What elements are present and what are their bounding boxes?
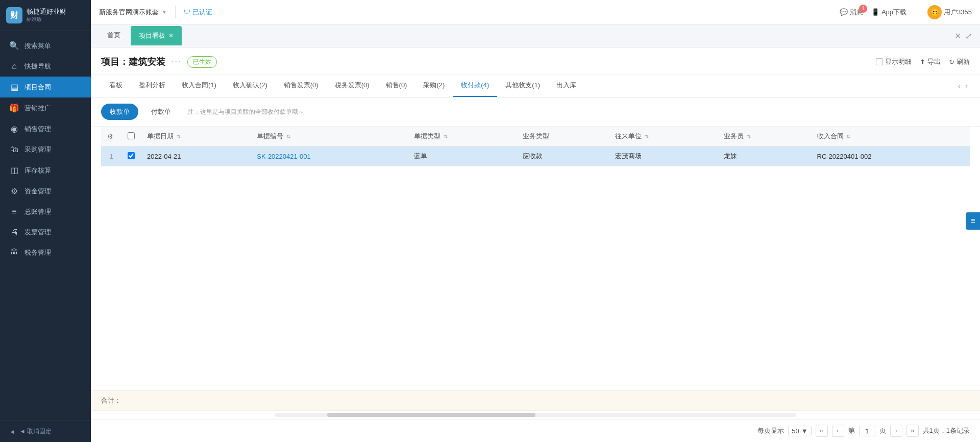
refresh-button[interactable]: ↻ 刷新 [949, 57, 970, 66]
page-size-selector[interactable]: 50 ▼ [788, 426, 811, 436]
sidebar-item-label: 搜索菜单 [24, 41, 51, 51]
messages-badge: 1 [859, 5, 867, 13]
export-label: 导出 [927, 57, 941, 66]
document-link[interactable]: SK-20220421-001 [257, 153, 311, 160]
sidebar-item-contract[interactable]: ▤ 项目合同 [0, 77, 91, 97]
page-suffix-label: 页 [879, 426, 886, 435]
messages-button[interactable]: 💬 消息 1 [840, 8, 863, 17]
topbar-right: 💬 消息 1 📱 App下载 😊 用户3355 [840, 5, 972, 19]
current-page-input[interactable] [859, 426, 875, 436]
content-area: 项目：建筑安装 ··· 已生效 显示明细 ⬆ 导出 ↻ 刷新 [91, 47, 980, 442]
sales-icon: ◉ [9, 124, 19, 134]
settings-icon[interactable]: ⚙ [107, 133, 113, 140]
sidebar-item-invoice[interactable]: 🖨 发票管理 [0, 222, 91, 242]
sidebar-item-search[interactable]: 🔍 搜索菜单 [0, 35, 91, 56]
certified-badge: 🛡 已认证 [184, 8, 212, 17]
scrollbar-thumb[interactable] [327, 413, 535, 417]
type-column-header: 单据类型 ⇅ [408, 127, 517, 146]
close-window-button[interactable]: ✕ [954, 31, 961, 41]
tab-home[interactable]: 首页 [99, 24, 129, 47]
receipts-table: ⚙ 单据日期 ⇅ 单据编号 ⇅ [101, 127, 970, 166]
salesperson-sort-icon[interactable]: ⇅ [747, 134, 751, 139]
shield-icon: 🛡 [184, 8, 190, 16]
sidebar-item-funds[interactable]: ⚙ 资金管理 [0, 181, 91, 202]
sidebar-item-ledger[interactable]: ≡ 总账管理 [0, 202, 91, 222]
row-salesperson-cell: 龙妹 [718, 146, 811, 166]
tab-close-icon[interactable]: ✕ [168, 32, 174, 39]
show-detail-label: 显示明细 [885, 57, 912, 66]
refresh-label: 刷新 [957, 57, 970, 66]
first-page-button[interactable]: « [816, 425, 828, 437]
topbar: 新服务官网演示账套 ▼ 🛡 已认证 💬 消息 1 📱 App下载 😊 用户335… [91, 0, 980, 24]
subtab-profit[interactable]: 盈利分析 [131, 75, 174, 97]
sidebar-item-inventory[interactable]: ◫ 库存核算 [0, 160, 91, 181]
number-sort-icon[interactable]: ⇅ [286, 134, 290, 139]
sidebar-item-label: 营销推广 [24, 104, 51, 113]
row-date-cell: 2022-04-21 [141, 146, 251, 166]
app-download-button[interactable]: 📱 App下载 [871, 8, 906, 17]
partner-label: 往来单位 [615, 132, 642, 140]
export-icon: ⬆ [920, 58, 925, 66]
sidebar-item-marketing[interactable]: 🎁 营销推广 [0, 97, 91, 118]
subtabs-navigation: ‹ › [956, 80, 970, 92]
subtabs-next-button[interactable]: › [963, 80, 970, 92]
filterbar: 收款单 付款单 注：这里是与项目关联的全部收付款单哦～ [91, 97, 980, 127]
horizontal-scrollbar[interactable] [275, 413, 796, 417]
tab-home-label: 首页 [107, 31, 120, 39]
app-name-block: 畅捷通好业财 标准版 [27, 8, 66, 23]
tab-kanban[interactable]: 项目看板 ✕ [131, 26, 182, 45]
subtab-kanban[interactable]: 看板 [101, 75, 131, 97]
date-sort-icon[interactable]: ⇅ [177, 134, 181, 139]
date-label: 单据日期 [147, 132, 174, 140]
select-all-checkbox[interactable] [128, 132, 135, 139]
subtab-sales-invoice[interactable]: 销售发票(0) [276, 75, 327, 97]
detail-checkbox[interactable] [876, 58, 883, 65]
sidebar-unpin-button[interactable]: ◄ ◄ 取消固定 [0, 421, 91, 442]
sidebar-item-sales[interactable]: ◉ 销售管理 [0, 118, 91, 139]
user-avatar: 😊 [927, 5, 942, 19]
sidebar-item-purchase[interactable]: 🛍 采购管理 [0, 139, 91, 160]
next-page-button[interactable]: › [890, 425, 902, 437]
sidebar-item-tax[interactable]: 🏛 税务管理 [0, 242, 91, 263]
sidebar-item-quicknav[interactable]: ⌂ 快捷导航 [0, 56, 91, 77]
prev-page-button[interactable]: ‹ [832, 425, 844, 437]
row-number-cell: 1 [101, 146, 121, 166]
type-sort-icon[interactable]: ⇅ [444, 134, 448, 139]
account-selector[interactable]: 新服务官网演示账套 ▼ [99, 8, 167, 17]
subtab-other-income[interactable]: 其他收支(1) [497, 75, 548, 97]
floating-action-button[interactable]: ≡ [966, 212, 980, 230]
show-detail-button[interactable]: 显示明细 [876, 57, 912, 66]
purchase-icon: 🛍 [9, 145, 19, 154]
partner-sort-icon[interactable]: ⇅ [645, 134, 649, 139]
row-checkbox[interactable] [128, 152, 135, 159]
topbar-divider2 [917, 6, 917, 18]
subtab-sales[interactable]: 销售(0) [378, 75, 415, 97]
sidebar-item-label: 快捷导航 [24, 62, 51, 71]
receipts-filter-button[interactable]: 收款单 [101, 104, 138, 120]
subtab-tax-invoice[interactable]: 税务发票(0) [327, 75, 378, 97]
subtab-purchase[interactable]: 采购(2) [415, 75, 453, 97]
export-button[interactable]: ⬆ 导出 [920, 57, 941, 66]
subtabs-prev-button[interactable]: ‹ [956, 80, 963, 92]
subtab-income-confirm[interactable]: 收入确认(2) [225, 75, 276, 97]
row-checkbox-cell [121, 146, 141, 166]
income-contract-sort-icon[interactable]: ⇅ [846, 134, 850, 139]
subtab-income-contract[interactable]: 收入合同(1) [174, 75, 225, 97]
sidebar-item-label: 库存核算 [24, 166, 51, 175]
payments-filter-button[interactable]: 付款单 [142, 104, 180, 120]
maximize-window-button[interactable]: ⤢ [965, 31, 972, 41]
user-profile-button[interactable]: 😊 用户3355 [927, 5, 972, 19]
subtab-payment[interactable]: 收付款(4) [453, 75, 497, 97]
subtab-stock-inout[interactable]: 出入库 [548, 75, 584, 97]
tax-icon: 🏛 [9, 248, 19, 257]
salesperson-label: 业务员 [724, 132, 744, 140]
number-label: 单据编号 [257, 132, 283, 140]
tabbar: 首页 项目看板 ✕ ✕ ⤢ [91, 24, 980, 47]
unpin-icon: ◄ [9, 428, 15, 435]
account-name: 新服务官网演示账套 [99, 8, 159, 17]
last-page-button[interactable]: » [906, 425, 919, 437]
project-more-button[interactable]: ··· [172, 57, 181, 66]
checkbox-column-header [121, 127, 141, 146]
table-container: ⚙ 单据日期 ⇅ 单据编号 ⇅ [91, 127, 980, 390]
tab-kanban-label: 项目看板 [139, 31, 165, 40]
